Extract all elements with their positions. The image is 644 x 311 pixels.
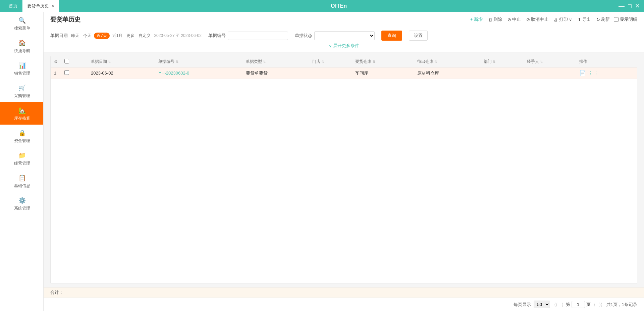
handler-col-header[interactable]: 经手人 ⇅ [524, 56, 576, 68]
show-detail-checkbox[interactable] [614, 17, 619, 22]
outwh-sort-icon: ⇅ [434, 60, 437, 63]
date-btn-more[interactable]: 更多 [125, 33, 136, 39]
finance-icon: 🔒 [18, 129, 26, 137]
table-header: ⚙ 单据日期 ⇅ 单据编号 ⇅ 单据类型 ⇅ 门店 ⇅ 要货仓库 ⇅ 待出仓库 … [51, 56, 637, 68]
row-date: 2023-06-02 [88, 68, 155, 79]
show-detail-toggle[interactable]: 显示明细 [614, 16, 637, 23]
filter-area: 单据日期 昨天 今天 近7天 近1月 更多 自定义 2023-05-27 至 2… [44, 27, 644, 52]
view-action-icon[interactable]: 📄 [579, 70, 586, 76]
sidebar-item-purchase[interactable]: 🛒 采购管理 [0, 80, 43, 102]
page-nav: ⟨⟨ ⟨ 第 页 ⟩ ⟩⟩ [553, 301, 604, 308]
per-page-label: 每页显示 [514, 302, 531, 308]
next-page-button[interactable]: ⟩ [592, 301, 596, 308]
edit-action-icon[interactable]: ⋮⋮ [588, 70, 599, 76]
row-doc-no[interactable]: YH-20230602-0 [155, 68, 242, 79]
row-select-checkbox[interactable] [64, 70, 69, 75]
row-doc-type: 要货单要货 [243, 68, 309, 79]
basic-icon: 📋 [18, 174, 26, 182]
dept-col-header[interactable]: 部门 ⇅ [480, 56, 524, 68]
settings-col-header[interactable]: ⚙ [51, 56, 61, 68]
filter-row: 单据日期 昨天 今天 近7天 近1月 更多 自定义 2023-05-27 至 2… [50, 31, 637, 41]
status-select[interactable] [314, 31, 375, 40]
select-all-checkbox[interactable] [64, 59, 69, 63]
close-icon[interactable]: ✕ [635, 2, 640, 10]
chevron-down-icon: ∨ [329, 43, 332, 48]
setting-button[interactable]: 设置 [409, 31, 428, 41]
new-button[interactable]: + 新增 [469, 16, 484, 23]
requisition-table: ⚙ 单据日期 ⇅ 单据编号 ⇅ 单据类型 ⇅ 门店 ⇅ 要货仓库 ⇅ 待出仓库 … [51, 56, 637, 79]
minimize-icon[interactable]: — [619, 3, 625, 10]
table-row[interactable]: 1 2023-06-02 YH-20230602-0 要货单要货 车间库 原材料… [51, 68, 637, 79]
date-btn-today[interactable]: 今天 [82, 33, 93, 39]
store-col-header[interactable]: 门店 ⇅ [309, 56, 352, 68]
print-chevron-icon: ∨ [569, 17, 572, 22]
doc-no-filter-group: 单据编号 [208, 32, 288, 40]
row-number: 1 [51, 68, 61, 79]
stop-button[interactable]: ⊘ 中止 [506, 16, 522, 23]
print-icon: 🖨 [554, 17, 558, 22]
sidebar-item-basic[interactable]: 📋 基础信息 [0, 170, 43, 192]
last-page-button[interactable]: ⟩⟩ [598, 301, 604, 308]
sidebar: 🔍 搜索菜单 🏠 快捷导航 📊 销售管理 🛒 采购管理 🏡 库存核算 🔒 资金管… [0, 12, 44, 311]
req-warehouse-col-header[interactable]: 要货仓库 ⇅ [352, 56, 414, 68]
cancel-stop-button[interactable]: ⊘ 取消中止 [525, 16, 550, 23]
search-menu-icon: 🔍 [18, 17, 26, 24]
print-button[interactable]: 🖨 打印 ∨ [552, 16, 574, 23]
maximize-icon[interactable]: □ [628, 3, 632, 10]
date-btn-1month[interactable]: 近1月 [111, 33, 124, 39]
date-btn-yesterday[interactable]: 昨天 [70, 33, 80, 39]
row-checkbox [61, 68, 88, 79]
export-button[interactable]: ⬆ 导出 [576, 16, 592, 23]
system-icon: ⚙️ [18, 197, 26, 204]
reqwh-sort-icon: ⇅ [373, 60, 375, 63]
date-range-text: 2023-05-27 至 2023-06-02 [154, 33, 201, 39]
inventory-icon: 🏡 [18, 107, 26, 114]
page-suffix: 页 [586, 302, 591, 308]
main-layout: 🔍 搜索菜单 🏠 快捷导航 📊 销售管理 🛒 采购管理 🏡 库存核算 🔒 资金管… [0, 12, 644, 311]
docno-col-header[interactable]: 单据编号 ⇅ [155, 56, 242, 68]
purchase-icon: 🛒 [18, 84, 26, 92]
sidebar-item-finance[interactable]: 🔒 资金管理 [0, 125, 43, 147]
first-page-button[interactable]: ⟨⟨ [553, 301, 559, 308]
date-sort-icon: ⇅ [108, 60, 111, 63]
sales-icon: 📊 [18, 62, 26, 69]
brand-text: OfTEn [331, 3, 347, 9]
operation-icon: 📁 [18, 152, 26, 159]
delete-button[interactable]: 🗑 删除 [487, 16, 503, 23]
status-label: 单据状态 [295, 33, 312, 39]
tab-home[interactable]: 首页 [4, 0, 22, 12]
content-area: 要货单历史 + 新增 🗑 删除 ⊘ 中止 ⊘ 取消中止 🖨 打印 [44, 12, 644, 311]
sidebar-item-operation[interactable]: 📁 经营管理 [0, 147, 43, 170]
toolbar: + 新增 🗑 删除 ⊘ 中止 ⊘ 取消中止 🖨 打印 ∨ [469, 16, 637, 27]
row-handler [524, 68, 576, 79]
doc-no-input[interactable] [228, 32, 288, 40]
per-page-select[interactable]: 50 [534, 301, 550, 308]
row-actions: 📄 ⋮⋮ [576, 68, 637, 79]
tab-close-icon[interactable]: × [52, 4, 54, 8]
sidebar-item-inventory[interactable]: 🏡 库存核算 [0, 102, 43, 125]
page-number-input[interactable] [572, 301, 585, 308]
sidebar-item-sales[interactable]: 📊 销售管理 [0, 57, 43, 80]
date-label: 单据日期 [50, 33, 68, 39]
date-btn-custom[interactable]: 自定义 [137, 33, 152, 39]
out-warehouse-col-header[interactable]: 待出仓库 ⇅ [414, 56, 480, 68]
date-btn-7days[interactable]: 近7天 [94, 33, 110, 39]
sidebar-item-system[interactable]: ⚙️ 系统管理 [0, 192, 43, 215]
row-out-warehouse: 原材料仓库 [414, 68, 480, 79]
date-col-header[interactable]: 单据日期 ⇅ [88, 56, 155, 68]
row-store [309, 68, 352, 79]
prev-page-button[interactable]: ⟨ [560, 301, 565, 308]
page-title: 要货单历史 [50, 15, 469, 27]
checkbox-col-header [61, 56, 88, 68]
page-label: 第 [566, 302, 570, 308]
refresh-button[interactable]: ↻ 刷新 [595, 16, 611, 23]
sidebar-item-search-menu[interactable]: 🔍 搜索菜单 [0, 12, 43, 35]
table-body: 1 2023-06-02 YH-20230602-0 要货单要货 车间库 原材料… [51, 68, 637, 79]
docno-sort-icon: ⇅ [176, 60, 178, 63]
tab-requisition-history[interactable]: 要货单历史 × [22, 0, 59, 12]
sidebar-item-quick-nav[interactable]: 🏠 快捷导航 [0, 35, 43, 57]
query-button[interactable]: 查询 [381, 31, 402, 41]
export-icon: ⬆ [578, 17, 581, 22]
expand-more-button[interactable]: ∨ 展开更多条件 [329, 43, 359, 49]
doctype-col-header[interactable]: 单据类型 ⇅ [243, 56, 309, 68]
